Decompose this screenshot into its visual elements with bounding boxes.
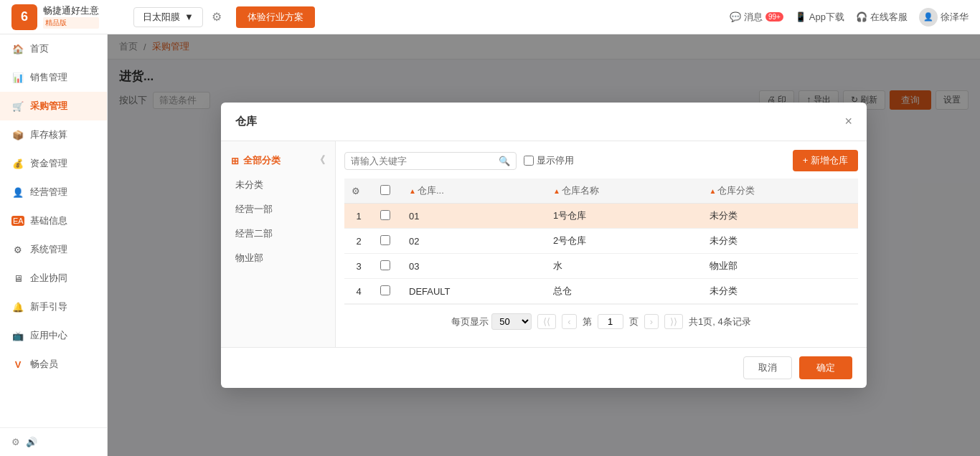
row-cb-1[interactable] [373,204,402,229]
table-row[interactable]: 2 02 2号仓库 未分类 [344,229,858,254]
show-disabled-area[interactable]: 显示停用 [524,154,574,167]
store-selector[interactable]: 日太阳膜 ▼ [133,7,203,27]
show-disabled-label: 显示停用 [537,154,574,167]
phone-icon: 📱 [795,11,806,22]
row-cat-3: 物业部 [702,254,859,279]
row-name-3: 水 [546,254,702,279]
row-cb-4[interactable] [373,279,402,304]
modal-footer: 取消 确定 [221,347,867,388]
page-end-label: 页 [629,315,639,328]
row-checkbox-1[interactable] [380,210,390,220]
show-disabled-checkbox[interactable] [524,156,534,166]
sidebar-label-guide: 新手引导 [30,300,67,313]
gear-icon-th: ⚙ [352,186,360,196]
modal-header: 仓库 × [221,103,867,141]
sidebar-label-inventory: 库存核算 [30,128,67,141]
row-num-4: 4 [344,279,373,304]
next-page-button[interactable]: › [644,314,659,329]
select-all-checkbox[interactable] [380,185,390,195]
enterprise-icon: 🖥 [11,273,24,284]
last-page-button[interactable]: ⟩⟩ [664,314,683,329]
try-industry-button[interactable]: 体验行业方案 [236,6,315,28]
row-num-1: 1 [344,204,373,229]
finance-icon: 💰 [11,158,24,169]
page-label: 第 [583,315,592,328]
row-checkbox-2[interactable] [380,235,390,245]
settings-bottom-icon: ⚙ [11,437,20,447]
notification-area[interactable]: 💬 消息 99+ [730,11,783,24]
warehouse-table: ⚙ ▲仓库... ▲仓库名称 ▲仓库分类 1 [344,179,858,304]
prev-page-button[interactable]: ‹ [562,314,576,329]
search-input[interactable] [351,156,499,166]
sidebar-label-management: 经营管理 [30,186,67,199]
guide-icon: 🔔 [11,302,24,313]
sidebar-bottom[interactable]: ⚙ 🔊 [0,427,107,456]
modal-close-button[interactable]: × [844,114,852,129]
cat-item-property[interactable]: 物业部 [221,246,335,270]
sidebar-item-system[interactable]: ⚙ 系统管理 [0,235,107,264]
all-categories-header[interactable]: ⊞ 全部分类 《 [221,148,335,173]
sidebar-item-enterprise[interactable]: 🖥 企业协同 [0,264,107,293]
store-dropdown-icon: ▼ [184,11,194,22]
row-cb-3[interactable] [373,254,402,279]
cat-item-op2[interactable]: 经营二部 [221,222,335,246]
page-summary: 共1页, 4条记录 [689,315,751,328]
per-page-select[interactable]: 10 20 50 100 [491,313,532,330]
row-name-2: 2号仓库 [546,229,702,254]
online-service-area[interactable]: 🎧 在线客服 [856,11,908,24]
vip-icon: V [11,359,24,370]
basic-info-icon: EA [11,216,24,226]
settings-icon[interactable]: ⚙ [212,10,222,24]
sidebar-item-vip[interactable]: V 畅会员 [0,350,107,379]
search-icon: 🔍 [499,156,510,166]
sidebar-item-home[interactable]: 🏠 首页 [0,34,107,63]
table-row[interactable]: 3 03 水 物业部 [344,254,858,279]
sidebar-label-system: 系统管理 [30,243,67,256]
sidebar-label-sales: 销售管理 [30,71,67,84]
sidebar-item-purchase[interactable]: 🛒 采购管理 [0,92,107,120]
message-label: 消息 [744,11,763,24]
th-code: ▲仓库... [402,179,546,204]
sidebar-item-sales[interactable]: 📊 销售管理 [0,63,107,92]
cat-item-unclassified[interactable]: 未分类 [221,173,335,197]
row-cb-2[interactable] [373,229,402,254]
table-row[interactable]: 1 01 1号仓库 未分类 [344,204,858,229]
management-icon: 👤 [11,187,24,198]
speaker-icon: 🔊 [26,437,37,447]
cancel-button[interactable]: 取消 [743,356,792,379]
sidebar-item-guide[interactable]: 🔔 新手引导 [0,293,107,321]
page-number-input[interactable] [598,314,623,329]
confirm-button[interactable]: 确定 [799,356,852,379]
cat-item-op1[interactable]: 经营一部 [221,197,335,222]
sidebar-item-apps[interactable]: 📺 应用中心 [0,321,107,350]
table-scroll-area: ⚙ ▲仓库... ▲仓库名称 ▲仓库分类 1 [344,179,858,304]
sidebar-item-management[interactable]: 👤 经营管理 [0,178,107,206]
avatar: 👤 [919,8,938,27]
first-page-button[interactable]: ⟨⟨ [537,314,556,329]
app-download-area[interactable]: 📱 App下载 [795,11,844,24]
table-row[interactable]: 4 DEFAULT 总仓 未分类 [344,279,858,304]
row-num-3: 3 [344,254,373,279]
user-area[interactable]: 👤 徐泽华 [919,8,969,27]
table-toolbar: 🔍 显示停用 + 新增仓库 [344,150,858,171]
add-warehouse-button[interactable]: + 新增仓库 [793,150,858,171]
sidebar: 🏠 首页 📊 销售管理 🛒 采购管理 📦 库存核算 💰 资金管理 👤 经营管理 … [0,34,108,456]
header-right: 💬 消息 99+ 📱 App下载 🎧 在线客服 👤 徐泽华 [730,8,969,27]
row-checkbox-3[interactable] [380,260,390,270]
row-code-2: 02 [402,229,546,254]
sort-icon-cat: ▲ [710,187,717,195]
grid-icon: ⊞ [231,156,239,166]
sidebar-label-enterprise: 企业协同 [30,272,67,285]
sidebar-item-basic-info[interactable]: EA 基础信息 [0,206,107,235]
home-icon: 🏠 [11,44,24,54]
username-label: 徐泽华 [941,11,969,24]
store-name: 日太阳膜 [143,11,180,24]
row-num-2: 2 [344,229,373,254]
row-checkbox-4[interactable] [380,285,390,295]
sidebar-item-finance[interactable]: 💰 资金管理 [0,149,107,178]
sidebar-item-inventory[interactable]: 📦 库存核算 [0,120,107,149]
row-code-4: DEFAULT [402,279,546,304]
row-cat-4: 未分类 [702,279,859,304]
pagination: 每页显示 10 20 50 100 ⟨⟨ ‹ 第 [344,304,858,338]
collapse-button[interactable]: 《 [315,154,325,167]
